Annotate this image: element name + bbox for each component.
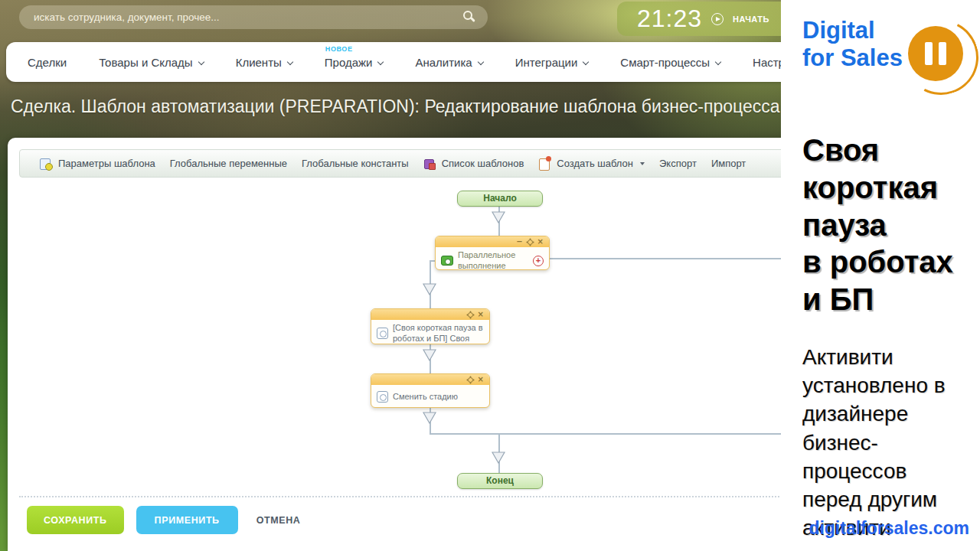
- flow-arrow-icon: [492, 452, 505, 464]
- activity-icon: [377, 391, 388, 403]
- create-template-icon: [538, 158, 551, 170]
- nav-item-integrations[interactable]: Интеграции: [515, 56, 589, 69]
- activity-icon: [377, 328, 388, 339]
- close-icon[interactable]: ×: [478, 376, 484, 383]
- promo-heading: Своя короткая пауза в роботах и БП: [802, 132, 969, 318]
- nav-item-label: Смарт-процессы: [620, 56, 710, 69]
- brand-row: Digital for Sales: [802, 17, 969, 87]
- block-label: Сменить стадию: [393, 392, 484, 403]
- toolbar-label: Глобальные константы: [302, 158, 409, 169]
- cancel-button[interactable]: ОТМЕНА: [250, 506, 307, 534]
- chevron-down-icon: [715, 58, 721, 64]
- chevron-down-icon: [583, 58, 589, 64]
- toolbar-template-list[interactable]: Список шаблонов: [423, 158, 524, 170]
- clock-time: 21:23: [637, 5, 702, 33]
- block-label: Параллельноевыполнение: [458, 250, 528, 270]
- search-icon[interactable]: [463, 11, 472, 20]
- designer-toolbar: Параметры шаблона Глобальные переменные …: [19, 149, 785, 178]
- nav-item-label: Клиенты: [236, 56, 282, 69]
- chevron-down-icon: [198, 58, 204, 64]
- template-params-icon: [40, 158, 53, 170]
- bp-designer-canvas: Параметры шаблона Глобальные переменные …: [8, 138, 796, 551]
- new-badge: НОВОЕ: [325, 45, 353, 53]
- chevron-down-icon: [477, 58, 483, 64]
- parallel-execution-icon: [441, 256, 453, 266]
- flow-connector: [430, 433, 796, 435]
- search-input[interactable]: [19, 5, 488, 29]
- nav-item-deals[interactable]: Сделки: [28, 56, 67, 69]
- promo-body: Активити установлено в дизайнере бизнес-…: [802, 343, 969, 543]
- close-icon[interactable]: ×: [478, 311, 484, 318]
- save-button[interactable]: СОХРАНИТЬ: [27, 506, 124, 534]
- flow-node-end: Конец: [457, 473, 543, 489]
- main-nav: Сделки Товары и Склады Клиенты НОВОЕ Про…: [6, 42, 796, 82]
- start-timer-button[interactable]: НАЧАТЬ: [733, 15, 769, 24]
- flow-arrow-icon: [423, 349, 436, 361]
- footer-buttons: СОХРАНИТЬ ПРИМЕНИТЬ ОТМЕНА: [27, 506, 306, 534]
- toolbar-label: Параметры шаблона: [58, 158, 155, 169]
- toolbar-export[interactable]: Экспорт: [659, 158, 697, 169]
- toolbar-label: Импорт: [711, 158, 746, 169]
- toolbar-label: Глобальные переменные: [170, 158, 287, 169]
- settings-icon[interactable]: [528, 240, 533, 245]
- page-title: Сделка. Шаблон автоматизации (PREPARATIO…: [11, 96, 779, 117]
- search-bar: [19, 5, 488, 29]
- toolbar-global-variables[interactable]: Глобальные переменные: [170, 158, 287, 169]
- flow-connector: [550, 258, 796, 259]
- play-icon[interactable]: [711, 13, 724, 25]
- nav-item-smart-processes[interactable]: Смарт-процессы: [620, 56, 720, 69]
- flow-arrow-icon: [423, 412, 436, 424]
- settings-icon[interactable]: [468, 377, 473, 383]
- toolbar-global-constants[interactable]: Глобальные константы: [302, 158, 409, 169]
- pause-icon: [908, 26, 963, 81]
- nav-item-analytics[interactable]: Аналитика: [415, 56, 482, 69]
- nav-item-label: Интеграции: [515, 56, 578, 69]
- apply-button[interactable]: ПРИМЕНИТЬ: [136, 506, 238, 534]
- nav-item-sales[interactable]: НОВОЕ Продажи: [325, 56, 384, 69]
- time-widget: 21:23 НАЧАТЬ: [617, 2, 796, 36]
- close-icon[interactable]: ×: [537, 238, 544, 246]
- flow-node-start: Начало: [457, 191, 543, 207]
- nav-item-products[interactable]: Товары и Склады: [99, 56, 204, 69]
- template-list-icon: [423, 158, 436, 170]
- flow-block-parallel[interactable]: − × Параллельноевыполнение +: [435, 236, 550, 270]
- toolbar-import[interactable]: Импорт: [711, 158, 746, 169]
- toolbar-create-template[interactable]: Создать шаблон: [538, 158, 645, 170]
- nav-item-label: Продажи: [325, 56, 373, 69]
- chevron-down-icon: [287, 58, 293, 64]
- flow-block-change-stage[interactable]: × Сменить стадию: [371, 373, 490, 408]
- add-branch-button[interactable]: +: [533, 256, 544, 266]
- nav-item-label: Товары и Склады: [99, 56, 193, 69]
- toolbar-template-params[interactable]: Параметры шаблона: [40, 158, 155, 170]
- toolbar-label: Экспорт: [659, 158, 697, 169]
- flow-arrow-icon: [423, 283, 436, 295]
- chevron-down-icon: [377, 58, 384, 64]
- block-label: [Своя короткая пауза вроботах и БП] Своя: [393, 323, 484, 344]
- toolbar-label: Создать шаблон: [557, 158, 633, 169]
- flow-block-pause-activity[interactable]: × [Своя короткая пауза вроботах и БП] Св…: [371, 308, 490, 344]
- divider: [19, 496, 785, 497]
- promo-sidebar: Digital for Sales Своя короткая пауза в …: [781, 0, 980, 551]
- toolbar-label: Список шаблонов: [442, 158, 524, 169]
- minimize-icon[interactable]: −: [516, 238, 522, 246]
- nav-item-label: Сделки: [28, 56, 67, 69]
- caret-down-icon: [640, 162, 645, 165]
- block-header: − ×: [436, 236, 549, 247]
- block-header: ×: [371, 374, 489, 385]
- settings-icon[interactable]: [468, 312, 473, 318]
- screen: 21:23 НАЧАТЬ Сделки Товары и Склады Клие…: [0, 0, 980, 551]
- block-header: ×: [371, 309, 489, 320]
- nav-item-label: Аналитика: [415, 56, 472, 69]
- site-link[interactable]: digitalforsales.com: [808, 518, 969, 539]
- flow-arrow-icon: [492, 211, 505, 223]
- nav-item-clients[interactable]: Клиенты: [236, 56, 292, 69]
- page-header: Сделка. Шаблон автоматизации (PREPARATIO…: [11, 96, 796, 117]
